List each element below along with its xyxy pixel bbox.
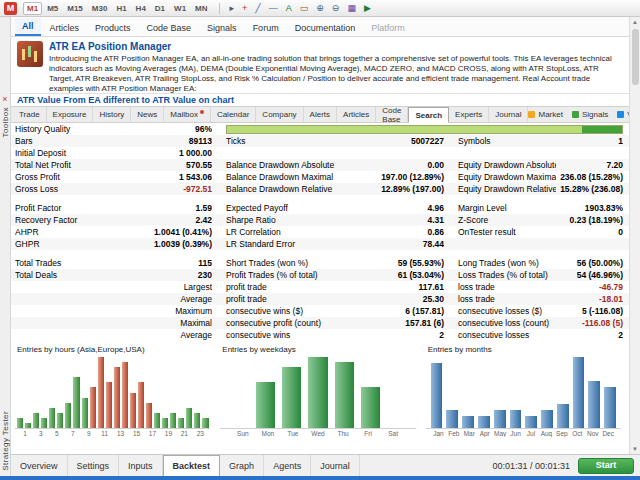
tester-tab-backtest[interactable]: Backtest: [163, 455, 221, 477]
toolbox-tab-code-base[interactable]: Code Base: [376, 107, 408, 122]
shapes-icon[interactable]: ▭: [297, 3, 312, 13]
stats-row: Gross Profit1 543.06Balance Drawdown Max…: [11, 171, 629, 183]
market-tab-products[interactable]: Products: [88, 20, 138, 36]
market-tab-signals[interactable]: Signals: [200, 20, 244, 36]
stats-label: GHPR: [15, 238, 120, 250]
stats-label: profit trade: [212, 281, 352, 293]
market-tab-articles[interactable]: Articles: [43, 20, 87, 36]
stats-label: Margin Level: [444, 202, 556, 214]
toolbox-tab-alerts[interactable]: Alerts: [304, 107, 337, 122]
start-button[interactable]: Start: [578, 458, 634, 474]
axis-tick-label: Dec: [600, 430, 615, 437]
axis-tick-label: Apr: [477, 430, 492, 437]
toolbox-tab-calendar[interactable]: Calendar: [211, 107, 256, 122]
trendline-icon[interactable]: ╱: [252, 3, 263, 13]
stats-value: -972.51: [120, 183, 212, 195]
stats-value: -46.79: [556, 281, 623, 293]
timeframe-m15-button[interactable]: M15: [63, 2, 87, 15]
toolbar-icons: ▸+╱—A▭⊕⊖▦▶: [227, 3, 374, 13]
toolbox-tab-news[interactable]: News: [131, 107, 164, 122]
left-dock-strip: × Toolbox Strategy Tester: [0, 17, 11, 476]
stats-label: Loss Trades (% of total): [444, 269, 556, 281]
toolbox-tab-experts[interactable]: Experts: [449, 107, 489, 122]
timeframe-h4-button[interactable]: H4: [132, 2, 150, 15]
vps-panel-button[interactable]: VPS: [617, 110, 629, 119]
article-title[interactable]: ATR EA Position Manager: [49, 41, 623, 52]
entries-by-hours-chart: Entries by hours (Asia,Europe,USA)135791…: [15, 345, 210, 451]
chart-axis-labels: JanFebMarAprMayJunJulAugSepOctNovDec: [426, 429, 621, 438]
toolbox-tab-articles[interactable]: Articles: [337, 107, 376, 122]
timeframe-mn-button[interactable]: MN: [191, 2, 211, 15]
zoom-out-icon[interactable]: ⊖: [329, 3, 343, 13]
scrollbar-thumb[interactable]: [632, 29, 639, 85]
stats-value: 89113: [120, 135, 212, 147]
toolbox-tab-history[interactable]: History: [93, 107, 131, 122]
toolbox-tab-mailbox[interactable]: Mailbox: [164, 107, 211, 122]
timeframe-h1-button[interactable]: H1: [112, 2, 130, 15]
auto-trading-icon[interactable]: ▶: [361, 3, 374, 13]
stats-label: LR Correlation: [212, 226, 352, 238]
article-link-row: ATR Value From EA different to ATR Value…: [11, 93, 629, 107]
vertical-scrollbar[interactable]: ▲ ▼: [629, 17, 640, 454]
chart-bar: [282, 367, 301, 428]
chart-bar: [557, 404, 569, 428]
article-link[interactable]: ATR Value From EA different to ATR Value…: [17, 95, 234, 105]
tester-tab-journal[interactable]: Journal: [311, 455, 360, 476]
timeframe-m30-button[interactable]: M30: [88, 2, 112, 15]
stats-row: Recovery Factor2.42Sharpe Ratio4.31Z-Sco…: [11, 214, 629, 226]
scroll-up-icon[interactable]: ▲: [632, 17, 638, 27]
cursor-icon[interactable]: ▸: [227, 3, 238, 13]
toolbox-tab-trade[interactable]: Trade: [13, 107, 47, 122]
market-tab-all[interactable]: All: [15, 18, 41, 36]
chart-plot: [426, 357, 621, 429]
scroll-down-icon[interactable]: ▼: [632, 444, 638, 454]
tester-tab-agents[interactable]: Agents: [264, 455, 311, 476]
timeframe-w1-button[interactable]: W1: [170, 2, 190, 15]
tester-tab-settings[interactable]: Settings: [68, 455, 120, 476]
stats-label: consecutive losses ($): [444, 305, 556, 317]
text-label-icon[interactable]: A: [283, 3, 295, 13]
timeframe-m1-button[interactable]: M1: [23, 2, 42, 15]
timeframe-d1-button[interactable]: D1: [151, 2, 169, 15]
crosshair-icon[interactable]: +: [239, 3, 250, 13]
toolbox-tab-journal[interactable]: Journal: [489, 107, 528, 122]
tester-tab-inputs[interactable]: Inputs: [119, 455, 163, 476]
chart-bar: [57, 413, 63, 428]
market-tab-documentation[interactable]: Documentation: [288, 20, 363, 36]
signals-panel-button[interactable]: Signals: [572, 110, 608, 119]
toolbox-tab-company[interactable]: Company: [256, 107, 303, 122]
app-icon[interactable]: M: [4, 2, 17, 15]
tester-tab-graph[interactable]: Graph: [220, 455, 264, 476]
vps-icon: [617, 111, 624, 118]
horizontal-line-icon[interactable]: —: [266, 3, 281, 13]
tile-windows-icon[interactable]: ▦: [344, 3, 359, 13]
toolbox-tab-search[interactable]: Search: [408, 107, 449, 123]
market-tab-code-base[interactable]: Code Base: [140, 20, 199, 36]
timeframe-m5-button[interactable]: M5: [43, 2, 62, 15]
stats-row: GHPR1.0039 (0.39%)LR Standard Error78.44: [11, 238, 629, 250]
market-tab-forum[interactable]: Forum: [246, 20, 286, 36]
axis-tick-label: 19: [160, 430, 176, 437]
stats-value: -18.01: [556, 293, 623, 305]
market-panel-button[interactable]: Market: [528, 110, 562, 119]
strategy-tester-side-tab[interactable]: Strategy Tester: [1, 411, 10, 471]
chart-bar: [25, 423, 31, 428]
window-bottom-strip: [0, 476, 640, 480]
chart-bar: [114, 367, 120, 428]
chart-bar: [186, 408, 192, 428]
stats-spacer: [11, 195, 629, 202]
stats-label: Initial Deposit: [15, 147, 120, 159]
chart-bar: [49, 408, 55, 428]
tester-tab-overview[interactable]: Overview: [11, 455, 68, 476]
stats-label: loss trade: [444, 281, 556, 293]
tester-right: 00:01:31 / 00:01:31 Start: [492, 455, 640, 476]
close-icon[interactable]: ×: [2, 95, 7, 104]
zoom-in-icon[interactable]: ⊕: [313, 3, 327, 13]
signals-icon: [572, 111, 579, 118]
market-tab-platform[interactable]: Platform: [364, 20, 412, 36]
stats-label: Total Trades: [15, 257, 120, 269]
stats-label: AHPR: [15, 226, 120, 238]
toolbox-side-tab[interactable]: Toolbox: [1, 107, 10, 137]
toolbox-tab-exposure[interactable]: Exposure: [47, 107, 94, 122]
stats-row: Profit Factor1.59Expected Payoff4.96Marg…: [11, 202, 629, 214]
